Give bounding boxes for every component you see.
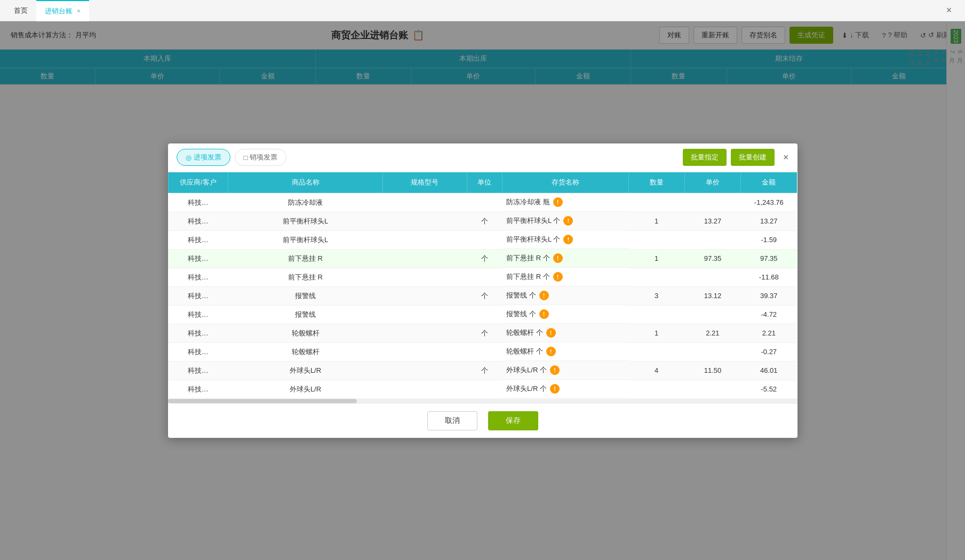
cell-quantity xyxy=(628,230,684,249)
tab-close-icon[interactable]: × xyxy=(77,1,81,22)
warning-icon: ! xyxy=(546,328,556,338)
cancel-button[interactable]: 取消 xyxy=(427,411,477,430)
cell-inventory: 防冻冷却液 瓶 ! xyxy=(502,193,628,212)
modal-footer: 取消 保存 xyxy=(168,403,797,438)
cell-product: 轮毂螺杆 xyxy=(228,324,383,342)
cell-company: 科技… xyxy=(168,342,228,361)
tab-sales-invoice[interactable]: □ 销项发票 xyxy=(235,149,287,166)
cell-company: 科技… xyxy=(168,305,228,324)
tab-purchase-invoice[interactable]: ◎ 进项发票 xyxy=(177,149,230,166)
cell-unit-price: 13.12 xyxy=(684,286,740,305)
cell-unit-price: 13.27 xyxy=(684,212,740,230)
cell-unit: 个 xyxy=(467,286,502,305)
warning-icon: ! xyxy=(553,197,563,207)
cell-unit: 个 xyxy=(467,249,502,268)
save-button[interactable]: 保存 xyxy=(488,411,538,430)
cell-company: 科技… xyxy=(168,268,228,286)
col-spec: 规格型号 xyxy=(382,172,467,193)
home-tab[interactable]: 首页 xyxy=(5,0,36,21)
window-close-button[interactable]: × xyxy=(938,0,960,21)
cell-spec xyxy=(382,268,467,286)
table-row[interactable]: 科技… 防冻冷却液 防冻冷却液 瓶 ! -1,243.76 xyxy=(168,193,797,212)
cell-product: 外球头L/R xyxy=(228,380,383,398)
cell-quantity: 1 xyxy=(628,324,684,342)
tab-label[interactable]: 进销台账 xyxy=(45,1,73,22)
table-row[interactable]: 科技… 报警线 个 报警线 个 ! 3 13.12 39.37 xyxy=(168,286,797,305)
cell-spec xyxy=(382,324,467,342)
cell-spec xyxy=(382,305,467,324)
batch-create-button[interactable]: 批量创建 xyxy=(731,149,775,166)
cell-inventory: 前平衡杆球头L 个 ! xyxy=(502,230,628,249)
cell-inventory: 前下悬挂 R 个 ! xyxy=(502,249,628,268)
cell-product: 防冻冷却液 xyxy=(228,193,383,212)
col-quantity: 数量 xyxy=(628,172,684,193)
table-header-row: 供应商/客户 商品名称 规格型号 单位 存货名称 数量 单价 金额 xyxy=(168,172,797,193)
cell-unit xyxy=(467,305,502,324)
cell-unit-price: 97.35 xyxy=(684,249,740,268)
scrollbar-thumb[interactable] xyxy=(168,399,357,403)
table-row[interactable]: 科技… 报警线 报警线 个 ! -4.72 xyxy=(168,305,797,324)
cell-unit: 个 xyxy=(467,361,502,380)
cell-inventory: 外球头L/R 个 ! xyxy=(502,361,628,380)
table-row[interactable]: 科技… 前平衡杆球头L 前平衡杆球头L 个 ! -1.59 xyxy=(168,230,797,249)
cell-product: 前平衡杆球头L xyxy=(228,212,383,230)
cell-unit-price xyxy=(684,305,740,324)
modal-overlay: ◎ 进项发票 □ 销项发票 批量指定 批量创建 × xyxy=(0,21,965,560)
cell-company: 科技… xyxy=(168,249,228,268)
table-row[interactable]: 科技… 外球头L/R 个 外球头L/R 个 ! 4 11.50 46.01 xyxy=(168,361,797,380)
cell-amount: 2.21 xyxy=(741,324,797,342)
batch-assign-button[interactable]: 批量指定 xyxy=(683,149,727,166)
warning-icon: ! xyxy=(553,272,563,282)
cell-product: 报警线 xyxy=(228,286,383,305)
cell-product: 前下悬挂 R xyxy=(228,268,383,286)
cell-unit-price xyxy=(684,193,740,212)
cell-amount: -0.27 xyxy=(741,342,797,361)
cell-spec xyxy=(382,286,467,305)
cell-inventory: 前下悬挂 R 个 ! xyxy=(502,268,628,286)
col-unit: 单位 xyxy=(467,172,502,193)
table-row[interactable]: 科技… 前下悬挂 R 个 前下悬挂 R 个 ! 1 97.35 97.35 xyxy=(168,249,797,268)
cell-inventory: 报警线 个 ! xyxy=(502,305,628,324)
cell-product: 外球头L/R xyxy=(228,361,383,380)
horizontal-scrollbar[interactable] xyxy=(168,399,797,403)
cell-spec xyxy=(382,212,467,230)
cell-quantity: 4 xyxy=(628,361,684,380)
col-company: 供应商/客户 xyxy=(168,172,228,193)
col-inventory: 存货名称 xyxy=(502,172,628,193)
warning-icon: ! xyxy=(563,235,573,244)
table-row[interactable]: 科技… 轮毂螺杆 轮毂螺杆 个 ! -0.27 xyxy=(168,342,797,361)
warning-icon: ! xyxy=(539,291,549,300)
cell-product: 报警线 xyxy=(228,305,383,324)
modal-table-container[interactable]: 供应商/客户 商品名称 规格型号 单位 存货名称 数量 单价 金额 科技… 防冻… xyxy=(168,172,797,399)
purchase-icon: ◎ xyxy=(186,154,192,162)
cell-company: 科技… xyxy=(168,212,228,230)
cell-unit xyxy=(467,268,502,286)
cell-product: 前平衡杆球头L xyxy=(228,230,383,249)
warning-icon: ! xyxy=(550,365,560,375)
table-row[interactable]: 科技… 前平衡杆球头L 个 前平衡杆球头L 个 ! 1 13.27 13.27 xyxy=(168,212,797,230)
cell-inventory: 轮毂螺杆 个 ! xyxy=(502,324,628,342)
cell-amount: 39.37 xyxy=(741,286,797,305)
cell-unit-price xyxy=(684,380,740,398)
cell-product: 轮毂螺杆 xyxy=(228,342,383,361)
table-row[interactable]: 科技… 前下悬挂 R 前下悬挂 R 个 ! -11.68 xyxy=(168,268,797,286)
warning-icon: ! xyxy=(563,216,573,226)
modal-close-button[interactable]: × xyxy=(783,149,789,166)
modal-dialog: ◎ 进项发票 □ 销项发票 批量指定 批量创建 × xyxy=(168,143,797,438)
cell-amount: -5.52 xyxy=(741,380,797,398)
cell-company: 科技… xyxy=(168,230,228,249)
cell-unit-price xyxy=(684,342,740,361)
cell-unit: 个 xyxy=(467,212,502,230)
cell-unit-price xyxy=(684,268,740,286)
cell-company: 科技… xyxy=(168,324,228,342)
cell-quantity: 1 xyxy=(628,212,684,230)
invoice-table: 供应商/客户 商品名称 规格型号 单位 存货名称 数量 单价 金额 科技… 防冻… xyxy=(168,172,797,399)
col-unit-price: 单价 xyxy=(684,172,740,193)
cell-unit-price: 11.50 xyxy=(684,361,740,380)
cell-unit: 个 xyxy=(467,324,502,342)
table-row[interactable]: 科技… 轮毂螺杆 个 轮毂螺杆 个 ! 1 2.21 2.21 xyxy=(168,324,797,342)
cell-inventory: 轮毂螺杆 个 ! xyxy=(502,342,628,361)
table-row[interactable]: 科技… 外球头L/R 外球头L/R 个 ! -5.52 xyxy=(168,380,797,398)
cell-company: 科技… xyxy=(168,286,228,305)
cell-spec xyxy=(382,249,467,268)
